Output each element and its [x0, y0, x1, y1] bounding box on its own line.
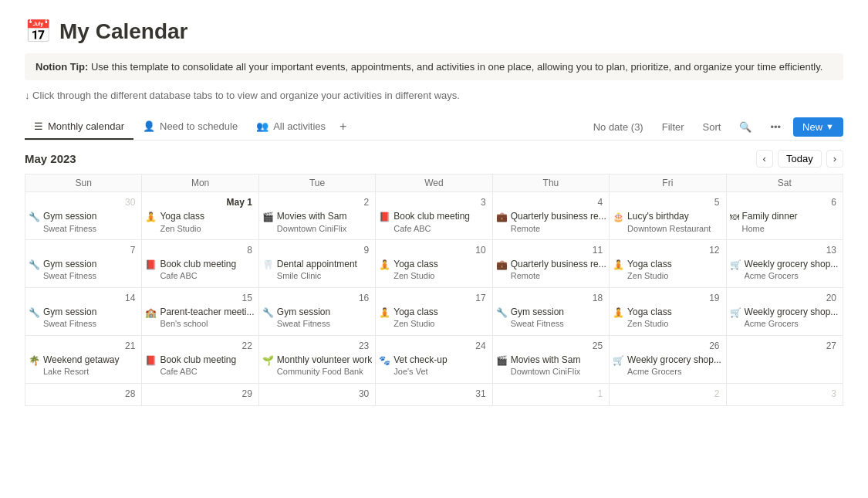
event-item[interactable]: 🛒Weekly grocery shop...Acme Grocers: [730, 259, 839, 282]
event-item[interactable]: 🌱Monthly volunteer workCommunity Food Ba…: [262, 354, 372, 378]
calendar-day[interactable]: 22📕Book club meetingCafe ABC: [142, 335, 258, 383]
calendar-day[interactable]: 6🍽Family dinnerHome: [726, 192, 843, 240]
event-item[interactable]: 🔧Gym sessionSweat Fitness: [29, 307, 138, 330]
calendar-day[interactable]: 1: [492, 383, 609, 405]
event-name: Dental appointment: [277, 259, 357, 271]
event-item[interactable]: 📕Book club meetingCafe ABC: [379, 211, 488, 234]
event-item[interactable]: 🎬Movies with SamDowntown CiniFlix: [496, 354, 606, 378]
calendar-day[interactable]: 2: [610, 383, 726, 405]
calendar-day[interactable]: 30🔧Gym sessionSweat Fitness: [25, 192, 142, 240]
today-button[interactable]: Today: [778, 150, 822, 168]
event-item[interactable]: 🏫Parent-teacher meeti...Ben's school: [145, 307, 255, 330]
calendar-day[interactable]: 17🧘Yoga classZen Studio: [376, 287, 492, 335]
event-item[interactable]: 🌴Weekend getawayLake Resort: [29, 354, 138, 378]
event-item[interactable]: 🎂Lucy's birthdayDowntown Restaurant: [613, 211, 722, 234]
event-location: Sweat Fitness: [43, 270, 96, 281]
calendar-day[interactable]: 13🛒Weekly grocery shop...Acme Grocers: [726, 239, 843, 287]
calendar-day[interactable]: 10🧘Yoga classZen Studio: [376, 239, 492, 287]
event-item[interactable]: 🧘Yoga classZen Studio: [379, 307, 488, 330]
day-number: 22: [145, 339, 255, 353]
event-name: Weekly grocery shop...: [745, 307, 839, 319]
event-item[interactable]: 🧘Yoga classZen Studio: [613, 259, 722, 282]
event-item[interactable]: 🦷Dental appointmentSmile Clinic: [262, 259, 372, 282]
event-item[interactable]: 🎬Movies with SamDowntown CiniFlix: [262, 211, 372, 234]
day-number: 4: [496, 195, 606, 209]
calendar-day[interactable]: 8📕Book club meetingCafe ABC: [142, 239, 258, 287]
event-item[interactable]: 🧘Yoga classZen Studio: [379, 259, 488, 282]
calendar-day[interactable]: 26🛒Weekly grocery shop...Acme Grocers: [610, 335, 726, 383]
tab-all-activities[interactable]: 👥 All activities: [247, 114, 335, 140]
new-button[interactable]: New ▼: [793, 117, 843, 137]
calendar-day[interactable]: 3: [726, 383, 843, 405]
calendar-day[interactable]: 23🌱Monthly volunteer workCommunity Food …: [258, 335, 375, 383]
calendar-day[interactable]: 28: [25, 383, 142, 405]
event-location: Sweat Fitness: [277, 318, 330, 329]
calendar-day[interactable]: 16🔧Gym sessionSweat Fitness: [258, 287, 375, 335]
event-item[interactable]: 🔧Gym sessionSweat Fitness: [29, 259, 138, 282]
day-number: 21: [29, 339, 138, 353]
event-item[interactable]: 🛒Weekly grocery shop...Acme Grocers: [613, 354, 722, 378]
calendar-day[interactable]: 29: [142, 383, 258, 405]
event-item[interactable]: 🍽Family dinnerHome: [730, 211, 839, 234]
event-type-icon: 🧘: [379, 259, 390, 272]
calendar-day[interactable]: 30: [258, 383, 375, 405]
calendar-day[interactable]: 12🧘Yoga classZen Studio: [610, 239, 726, 287]
event-location: Community Food Bank: [277, 366, 372, 377]
event-item[interactable]: 🔧Gym sessionSweat Fitness: [29, 211, 138, 234]
tab-monthly-calendar[interactable]: ☰ Monthly calendar: [25, 114, 133, 140]
event-item[interactable]: 🧘Yoga classZen Studio: [145, 211, 255, 234]
calendar-day[interactable]: 4💼Quarterly business re...Remote: [492, 192, 609, 240]
day-number: 2: [262, 195, 372, 209]
next-month-button[interactable]: ›: [826, 150, 843, 168]
calendar-day[interactable]: 15🏫Parent-teacher meeti...Ben's school: [142, 287, 258, 335]
calendar-day[interactable]: 27: [726, 335, 843, 383]
event-item[interactable]: 🔧Gym sessionSweat Fitness: [262, 307, 372, 330]
day-number: May 1: [145, 195, 255, 209]
more-options-button[interactable]: •••: [764, 118, 787, 136]
add-tab-button[interactable]: +: [335, 113, 351, 140]
event-item[interactable]: 🐾Vet check-upJoe's Vet: [379, 354, 488, 378]
event-item[interactable]: 📕Book club meetingCafe ABC: [145, 259, 255, 282]
event-item[interactable]: 💼Quarterly business re...Remote: [496, 211, 606, 234]
calendar-day[interactable]: 18🔧Gym sessionSweat Fitness: [492, 287, 609, 335]
day-number: 27: [730, 339, 839, 353]
event-location: Zen Studio: [393, 318, 438, 329]
calendar-day[interactable]: 24🐾Vet check-upJoe's Vet: [376, 335, 492, 383]
calendar-day[interactable]: 21🌴Weekend getawayLake Resort: [25, 335, 142, 383]
event-location: Remote: [511, 223, 606, 234]
calendar-day[interactable]: May 1🧘Yoga classZen Studio: [142, 192, 258, 240]
calendar-day[interactable]: 9🦷Dental appointmentSmile Clinic: [258, 239, 375, 287]
search-button[interactable]: 🔍: [733, 118, 758, 136]
calendar-day[interactable]: 25🎬Movies with SamDowntown CiniFlix: [492, 335, 609, 383]
event-item[interactable]: 🔧Gym sessionSweat Fitness: [496, 307, 606, 330]
event-item[interactable]: 🧘Yoga classZen Studio: [613, 307, 722, 330]
event-type-icon: 🔧: [29, 307, 40, 320]
event-location: Smile Clinic: [277, 270, 357, 281]
filter-button[interactable]: Filter: [656, 118, 691, 136]
sort-button[interactable]: Sort: [697, 118, 728, 136]
no-date-button[interactable]: No date (3): [587, 118, 650, 136]
calendar-day[interactable]: 7🔧Gym sessionSweat Fitness: [25, 239, 142, 287]
calendar-day[interactable]: 11💼Quarterly business re...Remote: [492, 239, 609, 287]
event-item[interactable]: 📕Book club meetingCafe ABC: [145, 354, 255, 378]
event-name: Book club meeting: [160, 354, 236, 367]
month-title: May 2023: [25, 152, 76, 165]
calendar-day[interactable]: 14🔧Gym sessionSweat Fitness: [25, 287, 142, 335]
event-item[interactable]: 🛒Weekly grocery shop...Acme Grocers: [730, 307, 839, 330]
event-item[interactable]: 💼Quarterly business re...Remote: [496, 259, 606, 282]
tab-need-to-schedule[interactable]: 👤 Need to schedule: [133, 114, 247, 140]
calendar-day[interactable]: 20🛒Weekly grocery shop...Acme Grocers: [726, 287, 843, 335]
event-type-icon: 🛒: [613, 355, 624, 368]
event-info: Weekend getawayLake Resort: [43, 354, 120, 378]
page-icon: 📅: [25, 19, 52, 44]
calendar-week-row: 30🔧Gym sessionSweat FitnessMay 1🧘Yoga cl…: [25, 192, 843, 240]
calendar-day[interactable]: 19🧘Yoga classZen Studio: [610, 287, 726, 335]
prev-month-button[interactable]: ‹: [756, 150, 773, 168]
event-type-icon: 🔧: [29, 212, 40, 224]
tab-all-label: All activities: [273, 120, 326, 132]
calendar-day[interactable]: 5🎂Lucy's birthdayDowntown Restaurant: [610, 192, 726, 240]
calendar-day[interactable]: 2🎬Movies with SamDowntown CiniFlix: [258, 192, 375, 240]
calendar-day[interactable]: 31: [376, 383, 492, 405]
calendar-week-row: 28293031123: [25, 383, 843, 405]
calendar-day[interactable]: 3📕Book club meetingCafe ABC: [376, 192, 492, 240]
